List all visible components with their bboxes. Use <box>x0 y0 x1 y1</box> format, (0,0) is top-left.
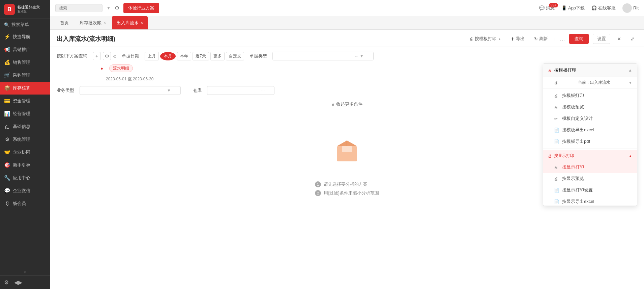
page-actions: 🖨 按模板打印 ▲ ⬆ 导出 ↻ 刷新 | … 查询 设置 × ⤢ <box>466 34 637 44</box>
empty-tips: 1 请先选择要分析的方案 2 用[过滤]条件来缩小分析范围 <box>315 180 379 198</box>
sidebar-item-system[interactable]: ⚙ 系统管理 <box>0 133 50 146</box>
sidebar-item-wechat[interactable]: 💬 企业微信 <box>0 184 50 197</box>
sidebar-item-label: 应用中心 <box>13 175 30 181</box>
filter-settings-button[interactable]: ⚙ <box>103 52 111 60</box>
collab-icon: 🤝 <box>4 149 10 155</box>
quick-nav-icon: ⚡ <box>4 34 10 40</box>
sidebar-item-marketing[interactable]: 📢 营销推广 <box>0 43 50 56</box>
user-avatar[interactable]: Rit <box>622 3 639 13</box>
display-preview-item[interactable]: 🖨 按显示预览 <box>543 173 637 184</box>
more-date-btn[interactable]: 更多 <box>210 52 225 60</box>
logo-icon: B <box>4 4 15 15</box>
settings-button[interactable]: 设置 <box>593 34 610 44</box>
page-header: 出入库流水(流水明细) 🖨 按模板打印 ▲ ⬆ 导出 ↻ 刷新 | … 查 <box>50 30 644 47</box>
template-export-excel-item[interactable]: 📄 按模板导出excel <box>543 124 637 136</box>
warehouse-more-icon[interactable]: ··· <box>261 88 265 93</box>
main-content: ▼ ⚙ 体验行业方案 💬 消息 99+ 📱 App下载 🎧 在线客服 Rit <box>50 0 644 289</box>
display-export-excel-icon: 📄 <box>554 199 559 204</box>
tab-inout-flow-close[interactable]: × <box>141 21 143 25</box>
logo-text: 畅捷通好生意 <box>18 5 40 9</box>
expand-panel-button[interactable]: ⤢ <box>628 34 637 44</box>
svg-rect-2 <box>342 146 352 152</box>
empty-tip-2: 2 用[过滤]条件来缩小分析范围 <box>315 189 379 198</box>
template-export-pdf-label: 按模板导出pdf <box>562 138 590 144</box>
dropdown-header-collapse[interactable]: ▲ <box>628 68 632 73</box>
messages-btn[interactable]: 💬 消息 99+ <box>539 5 555 11</box>
template-print-icon: 🖨 <box>554 93 559 98</box>
wechat-icon: 💬 <box>4 188 10 194</box>
display-export-excel-label: 按显示导出excel <box>562 199 594 205</box>
apps-icon: 🔧 <box>4 175 10 181</box>
print-template-button[interactable]: 🖨 按模板打印 ▲ <box>466 34 504 43</box>
messages-badge: 99+ <box>549 3 558 7</box>
tab-batch-account-close[interactable]: × <box>104 21 106 25</box>
custom-date-btn[interactable]: 自定义 <box>226 52 244 60</box>
footer-settings-icon[interactable]: ⚙ <box>4 279 9 286</box>
topbar-gear-icon[interactable]: ⚙ <box>115 5 119 11</box>
export-button[interactable]: ⬆ 导出 <box>508 34 527 43</box>
system-icon: ⚙ <box>4 136 10 142</box>
filter-collapse-arrow[interactable]: « <box>113 53 116 60</box>
tip-text-2: 用[过滤]条件来缩小分析范围 <box>324 189 379 198</box>
last-7days-btn[interactable]: 近7天 <box>193 52 209 60</box>
doc-type-more-icon[interactable]: ··· <box>355 54 358 58</box>
display-print-arrow: ▲ <box>628 154 632 158</box>
sidebar-item-operations[interactable]: 📊 经营管理 <box>0 107 50 120</box>
current-year-btn[interactable]: 本年 <box>177 52 191 60</box>
refresh-button[interactable]: ↻ 刷新 <box>531 34 551 43</box>
dropdown-header: 🖨 按模板打印 ▲ <box>543 64 637 77</box>
last-month-btn[interactable]: 上月 <box>145 52 159 60</box>
display-export-excel-item[interactable]: 📄 按显示导出excel <box>543 196 637 206</box>
app-download-label: App下载 <box>568 5 585 11</box>
date-label: 单据日期 <box>122 53 139 59</box>
tab-inout-flow[interactable]: 出入库流水 × <box>112 16 148 29</box>
template-print-item[interactable]: 🖨 按模板打印 <box>543 90 637 101</box>
display-print-settings-item[interactable]: 📄 按显示打印设置 <box>543 184 637 196</box>
collapse-more-btn[interactable]: ∧ 收起更多条件 <box>331 99 362 109</box>
warehouse-select[interactable]: ··· <box>207 86 274 95</box>
filter-add-button[interactable]: + <box>93 52 101 60</box>
tab-batch-account[interactable]: 库存批次账 × <box>75 16 111 29</box>
doc-type-select[interactable]: ··· ▼ <box>272 52 374 60</box>
sidebar-item-basic[interactable]: 🗂 基础信息 <box>0 120 50 133</box>
sidebar-item-finance[interactable]: 💳 资金管理 <box>0 95 50 107</box>
tip-text-1: 请先选择要分析的方案 <box>324 180 368 189</box>
trial-button[interactable]: 体验行业方案 <box>123 3 159 13</box>
sidebar-item-label: 快捷导航 <box>13 34 30 40</box>
query-button[interactable]: 查询 <box>569 34 589 44</box>
sidebar-item-quick-nav[interactable]: ⚡ 快捷导航 <box>0 30 50 43</box>
sidebar-item-collab[interactable]: 🤝 企业协同 <box>0 146 50 159</box>
sidebar-logo: B 畅捷通好生意 标准版 <box>0 0 50 19</box>
template-custom-label: 模板自定义设计 <box>562 115 593 122</box>
sidebar-item-apps[interactable]: 🔧 应用中心 <box>0 172 50 184</box>
tab-home[interactable]: 首页 <box>55 16 74 29</box>
template-export-pdf-item[interactable]: 📄 按模板导出pdf <box>543 136 637 147</box>
online-service-btn[interactable]: 🎧 在线客服 <box>591 5 616 11</box>
display-preview-label: 按显示预览 <box>562 176 584 182</box>
sidebar-item-sales[interactable]: 💰 销售管理 <box>0 56 50 69</box>
sidebar-item-guide[interactable]: 🎯 新手引导 <box>0 159 50 172</box>
guide-icon: 🎯 <box>4 162 10 168</box>
template-preview-item[interactable]: 🖨 按模板预览 <box>543 101 637 113</box>
chevron-up-icon: ∧ <box>331 102 335 107</box>
biz-type-select[interactable]: ▼ <box>80 86 181 95</box>
refresh-icon: ↻ <box>534 36 538 42</box>
tip-num-2: 2 <box>315 190 321 196</box>
current-month-btn[interactable]: 本月 <box>160 52 176 60</box>
template-custom-item[interactable]: ✏ 模板自定义设计 <box>543 113 637 124</box>
sidebar-search[interactable]: 🔍 搜索菜单 <box>0 19 50 30</box>
display-print-item[interactable]: 🖨 按显示打印 <box>543 161 637 173</box>
footer-collapse-icon[interactable]: ◀▶ <box>14 279 22 286</box>
close-panel-button[interactable]: × <box>614 34 624 44</box>
topbar-dropdown-icon[interactable]: ▼ <box>107 6 111 10</box>
sidebar-item-inventory[interactable]: 📦 库存核算 <box>0 82 50 95</box>
topbar-right: 💬 消息 99+ 📱 App下载 🎧 在线客服 Rit <box>539 3 639 13</box>
logo-badge: 标准版 <box>18 9 40 14</box>
app-download-btn[interactable]: 📱 App下载 <box>561 5 585 11</box>
more-actions-icon[interactable]: … <box>560 36 565 42</box>
sidebar-item-purchase[interactable]: 🛒 采购管理 <box>0 69 50 82</box>
page-title: 出入库流水(流水明细) <box>57 35 115 43</box>
sidebar-item-members[interactable]: 🎖 畅会员 <box>0 197 50 210</box>
topbar-search-input[interactable] <box>55 4 103 12</box>
warehouse-label: 仓库 <box>193 87 202 94</box>
